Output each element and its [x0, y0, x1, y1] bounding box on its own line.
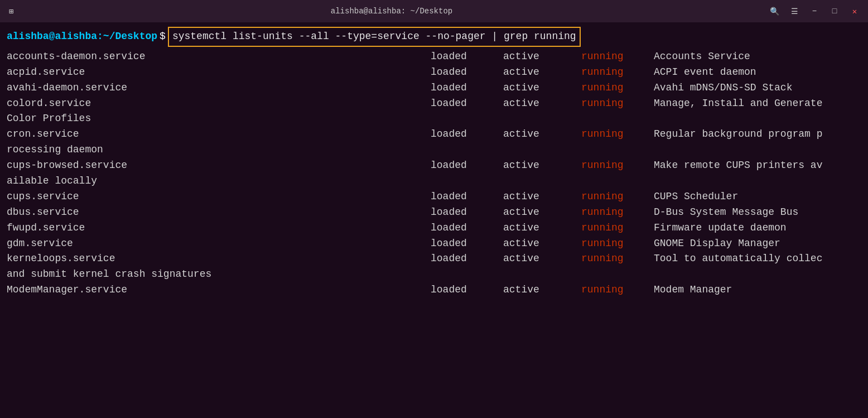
service-desc: CUPS Scheduler — [654, 189, 861, 205]
service-name: cups.service — [7, 189, 431, 205]
service-running: running — [581, 96, 654, 112]
prompt-dollar: $ — [160, 29, 166, 45]
service-row: colord.service loaded active running Man… — [7, 96, 861, 112]
service-desc: GNOME Display Manager — [654, 236, 861, 252]
menu-button[interactable]: ☰ — [787, 3, 802, 19]
service-row: cups.service loaded active running CUPS … — [7, 189, 861, 205]
service-active: active — [503, 49, 581, 65]
service-name: avahi-daemon.service — [7, 80, 431, 96]
terminal-icon: ⊞ — [6, 6, 17, 17]
service-desc: Manage, Install and Generate — [654, 96, 861, 112]
service-active: active — [503, 282, 581, 298]
service-desc: Make remote CUPS printers av — [654, 158, 861, 174]
service-loaded: loaded — [431, 65, 503, 80]
service-loaded: loaded — [431, 205, 503, 220]
terminal-body: alishba@alishba :~/Desktop $ systemctl l… — [0, 22, 868, 418]
service-running: running — [581, 49, 654, 65]
service-desc: Tool to automatically collec — [654, 251, 861, 267]
service-loaded: loaded — [431, 251, 503, 267]
command-text: systemctl list-units --all --type=servic… — [168, 27, 581, 47]
service-running: running — [581, 282, 654, 298]
minimize-button[interactable]: − — [807, 3, 822, 19]
service-name: kerneloops.service — [7, 251, 431, 267]
service-active: active — [503, 220, 581, 236]
service-active: active — [503, 96, 581, 112]
service-desc: Accounts Service — [654, 49, 861, 65]
service-running: running — [581, 127, 654, 142]
service-running: running — [581, 205, 654, 220]
service-desc: Firmware update daemon — [654, 220, 861, 236]
service-running: running — [581, 80, 654, 96]
wrap-line: Color Profiles — [7, 111, 861, 127]
service-active: active — [503, 189, 581, 205]
service-loaded: loaded — [431, 158, 503, 174]
service-row: gdm.service loaded active running GNOME … — [7, 236, 861, 252]
service-loaded: loaded — [431, 49, 503, 65]
service-loaded: loaded — [431, 127, 503, 142]
service-name: accounts-daemon.service — [7, 49, 431, 65]
service-active: active — [503, 127, 581, 142]
service-name: gdm.service — [7, 236, 431, 252]
service-desc: D-Bus System Message Bus — [654, 205, 861, 220]
service-desc: Avahi mDNS/DNS-SD Stack — [654, 80, 861, 96]
wrap-line: rocessing daemon — [7, 142, 861, 158]
service-row: fwupd.service loaded active running Firm… — [7, 220, 861, 236]
service-name: cups-browsed.service — [7, 158, 431, 174]
service-name: colord.service — [7, 96, 431, 112]
service-running: running — [581, 236, 654, 252]
service-active: active — [503, 205, 581, 220]
service-row: accounts-daemon.service loaded active ru… — [7, 49, 861, 65]
service-running: running — [581, 65, 654, 80]
service-row: cron.service loaded active running Regul… — [7, 127, 861, 142]
service-active: active — [503, 236, 581, 252]
service-active: active — [503, 251, 581, 267]
maximize-button[interactable]: □ — [827, 3, 842, 19]
service-loaded: loaded — [431, 189, 503, 205]
service-loaded: loaded — [431, 96, 503, 112]
service-desc: ACPI event daemon — [654, 65, 861, 80]
service-loaded: loaded — [431, 80, 503, 96]
title-bar-left: ⊞ — [6, 6, 17, 17]
service-name: ModemManager.service — [7, 282, 431, 298]
wrap-line: and submit kernel crash signatures — [7, 267, 861, 282]
service-active: active — [503, 80, 581, 96]
prompt-user: alishba@alishba — [7, 29, 97, 45]
window-title: alishba@alishba: ~/Desktop — [331, 7, 452, 16]
wrap-line: ailable locally — [7, 174, 861, 189]
service-desc: Regular background program p — [654, 127, 861, 142]
service-loaded: loaded — [431, 236, 503, 252]
service-active: active — [503, 158, 581, 174]
title-bar-controls: 🔍 ☰ − □ ✕ — [766, 3, 862, 19]
service-loaded: loaded — [431, 282, 503, 298]
service-name: cron.service — [7, 127, 431, 142]
prompt-line: alishba@alishba :~/Desktop $ systemctl l… — [7, 27, 861, 47]
service-running: running — [581, 158, 654, 174]
service-row: avahi-daemon.service loaded active runni… — [7, 80, 861, 96]
service-row: acpid.service loaded active running ACPI… — [7, 65, 861, 80]
service-loaded: loaded — [431, 220, 503, 236]
service-row: cups-browsed.service loaded active runni… — [7, 158, 861, 174]
service-list: accounts-daemon.service loaded active ru… — [7, 49, 861, 298]
service-active: active — [503, 65, 581, 80]
title-bar: ⊞ alishba@alishba: ~/Desktop 🔍 ☰ − □ ✕ — [0, 0, 868, 22]
service-running: running — [581, 189, 654, 205]
service-name: fwupd.service — [7, 220, 431, 236]
search-button[interactable]: 🔍 — [766, 3, 782, 19]
prompt-path: :~/Desktop — [97, 29, 157, 45]
service-row: ModemManager.service loaded active runni… — [7, 282, 861, 298]
service-desc: Modem Manager — [654, 282, 861, 298]
service-row: dbus.service loaded active running D-Bus… — [7, 205, 861, 220]
service-name: acpid.service — [7, 65, 431, 80]
service-running: running — [581, 251, 654, 267]
service-running: running — [581, 220, 654, 236]
service-row: kerneloops.service loaded active running… — [7, 251, 861, 267]
service-name: dbus.service — [7, 205, 431, 220]
close-button[interactable]: ✕ — [847, 3, 862, 19]
